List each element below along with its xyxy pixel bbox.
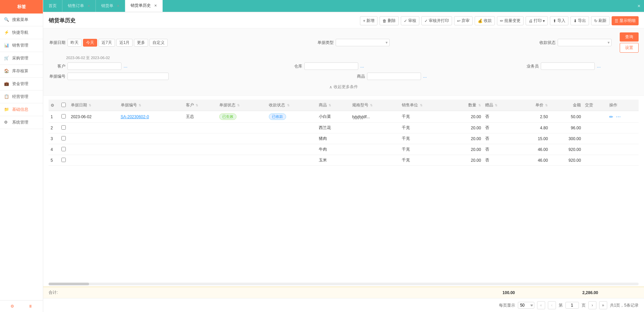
- tab-sale-doc[interactable]: 销货单 ✕: [96, 0, 125, 12]
- collapse-label: 收起更多条件: [334, 84, 358, 90]
- sidebar-item-nav[interactable]: ⚡ 快捷导航: [0, 26, 43, 39]
- approve-print-button[interactable]: ✓ 审核并打印: [421, 16, 452, 25]
- cell-action: [607, 133, 639, 144]
- warehouse-input[interactable]: [304, 62, 358, 70]
- per-page-select[interactable]: 50 100: [518, 302, 534, 309]
- th-pay-status[interactable]: 收款状态 ⇅: [267, 100, 316, 111]
- row-checkbox[interactable]: [61, 114, 66, 119]
- row-checkbox[interactable]: [61, 147, 66, 151]
- th-qty[interactable]: 数量 ⇅: [450, 100, 483, 111]
- collapse-up-icon: ∧: [329, 85, 332, 89]
- th-unit[interactable]: 销售单位 ⇅: [400, 100, 449, 111]
- cell-price: 2.50: [516, 111, 550, 123]
- pay-status-select[interactable]: [558, 39, 612, 46]
- row-checkbox[interactable]: [61, 125, 66, 130]
- th-amount[interactable]: 金额: [550, 100, 583, 111]
- goods-input[interactable]: [367, 73, 421, 80]
- unapprove-button[interactable]: ↩ 弃审: [454, 16, 473, 25]
- cell-seq: 2: [49, 123, 59, 133]
- th-spec[interactable]: 规格型号 ⇅: [350, 100, 400, 111]
- export-button[interactable]: ⬇ 导出: [570, 16, 589, 25]
- cell-gift: 否: [483, 133, 516, 144]
- page-first-btn[interactable]: «: [537, 301, 545, 309]
- management-icon: 📋: [4, 94, 9, 100]
- select-all-checkbox[interactable]: [61, 103, 66, 107]
- sidebar-item-management[interactable]: 📋 经营管理: [0, 90, 43, 103]
- cell-date: [69, 123, 119, 133]
- payment-button[interactable]: 💰 收款: [475, 16, 495, 25]
- th-gift[interactable]: 赠品 ⇅: [483, 100, 516, 111]
- batch-change-button[interactable]: ✏ 批量变更: [497, 16, 524, 25]
- sidebar-collapse-btn[interactable]: ⏸: [28, 304, 32, 309]
- more-icon[interactable]: ⋯: [616, 114, 621, 120]
- row-checkbox[interactable]: [61, 158, 66, 162]
- delete-button[interactable]: 🗑 删除: [380, 16, 399, 25]
- page-number-input[interactable]: [565, 302, 579, 309]
- th-customer[interactable]: 客户 ⇅: [184, 100, 217, 111]
- sidebar-item-inventory[interactable]: 🏠 库存核算: [0, 65, 43, 78]
- th-doc-no[interactable]: 单据编号 ⇅: [119, 100, 184, 111]
- tab-sale-history-close[interactable]: ✕: [154, 4, 157, 7]
- page-next-btn[interactable]: ›: [588, 301, 596, 309]
- cell-pay-status: [267, 133, 316, 144]
- th-doc-status[interactable]: 单据状态 ⇅: [217, 100, 267, 111]
- inventory-icon: 🏠: [4, 69, 9, 74]
- doc-no-link[interactable]: SA-20230602-0: [121, 114, 149, 119]
- th-price[interactable]: 单价 ⇅: [516, 100, 550, 111]
- import-button[interactable]: ⬆ 导入: [550, 16, 568, 25]
- sidebar-item-label: 快捷导航: [12, 30, 28, 35]
- tab-sale-history[interactable]: 销货单历史 ✕: [125, 0, 163, 12]
- th-date[interactable]: 单据日期 ⇅: [69, 100, 119, 111]
- edit-icon[interactable]: ✏: [609, 114, 613, 120]
- customer-input[interactable]: [67, 62, 121, 70]
- date-custom-btn[interactable]: 自定义: [149, 39, 168, 47]
- sidebar-item-info[interactable]: 📁 基础信息: [0, 103, 43, 116]
- info-icon: 📁: [4, 107, 9, 112]
- sidebar-item-system[interactable]: ⚙ 系统管理: [0, 116, 43, 129]
- page-last-btn[interactable]: »: [599, 301, 607, 309]
- date-today-btn[interactable]: 今天: [83, 39, 97, 47]
- salesperson-dots[interactable]: …: [597, 64, 601, 69]
- date-more-btn[interactable]: 更多: [134, 39, 148, 47]
- sidebar-item-finance[interactable]: 💼 资金管理: [0, 78, 43, 90]
- cell-price: 4.80: [516, 123, 550, 133]
- cell-checkbox: [59, 155, 69, 166]
- sidebar-item-purchase[interactable]: 🛒 采购管理: [0, 52, 43, 65]
- sidebar-item-sales[interactable]: 📊 销售管理: [0, 39, 43, 52]
- page-prev-btn[interactable]: ‹: [548, 301, 556, 309]
- date-7days-btn[interactable]: 近7天: [99, 39, 115, 47]
- cell-amount: 50.00: [550, 111, 583, 123]
- doc-no-input[interactable]: [67, 73, 169, 80]
- warehouse-label: 仓库: [285, 63, 302, 69]
- tab-home[interactable]: 首页: [43, 0, 62, 12]
- sidebar-settings-btn[interactable]: ⚙: [10, 304, 14, 309]
- tab-sales-order-close[interactable]: ✕: [87, 4, 90, 8]
- show-detail-button[interactable]: ☰ 显示明细: [612, 16, 639, 25]
- row-checkbox[interactable]: [61, 136, 66, 140]
- horizontal-scrollbar[interactable]: [49, 283, 639, 285]
- warehouse-dots[interactable]: …: [360, 64, 364, 69]
- th-gear[interactable]: ⚙: [49, 100, 59, 111]
- print-button[interactable]: 🖨 打印 ▾: [526, 16, 548, 25]
- tabs-close-all[interactable]: ✕: [637, 4, 644, 8]
- tab-sale-doc-close[interactable]: ✕: [117, 4, 119, 8]
- date-1month-btn[interactable]: 近1月: [116, 39, 133, 47]
- salesperson-input[interactable]: [541, 62, 595, 70]
- refresh-button[interactable]: ↻ 刷新: [591, 16, 610, 25]
- cell-customer: 王总: [184, 111, 217, 123]
- add-button[interactable]: + 新增: [360, 16, 377, 25]
- nav-icon: ⚡: [4, 30, 9, 35]
- doc-type-select[interactable]: [336, 39, 390, 46]
- tab-sales-order[interactable]: 销售订单 ✕: [62, 0, 96, 12]
- query-button[interactable]: 查询: [620, 32, 639, 42]
- goods-dots[interactable]: …: [423, 74, 427, 79]
- th-goods[interactable]: 商品 ⇅: [317, 100, 350, 111]
- table-row: 5玉米千克20.00否46.00920.00: [49, 155, 639, 166]
- date-yesterday-btn[interactable]: 昨天: [67, 39, 82, 47]
- approve-button[interactable]: ✓ 审核: [401, 16, 419, 25]
- collapse-filter-btn[interactable]: ∧ 收起更多条件: [49, 83, 639, 91]
- customer-dots[interactable]: …: [123, 64, 128, 69]
- filter-settings-button[interactable]: 设置: [620, 43, 639, 53]
- sidebar-item-search[interactable]: 🔍 搜索菜单: [0, 14, 43, 26]
- cell-unit: 千克: [400, 144, 449, 155]
